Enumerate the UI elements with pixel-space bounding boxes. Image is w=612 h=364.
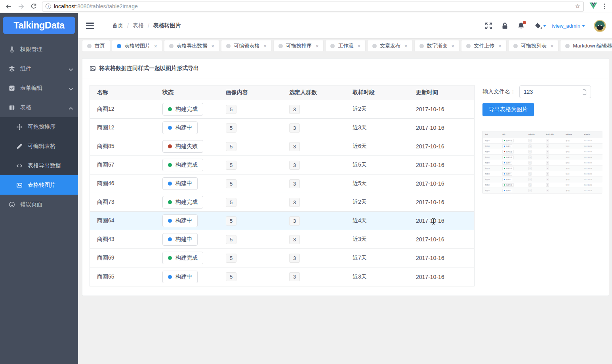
theme-caret-icon [543,25,546,27]
preview-cell: 3 [544,160,564,165]
tab-可拖拽排序[interactable]: 可拖拽排序× [273,40,324,52]
topbar: 首页/表格/表格转图片 iview_admin [78,13,612,38]
vue-devtools-icon[interactable] [589,2,597,11]
tab-close-icon[interactable]: × [551,43,554,49]
text-cursor [431,218,436,225]
cell-portrait: 5 [219,212,282,230]
page-info-icon[interactable]: i [46,4,51,9]
reload-icon[interactable] [29,2,38,11]
table-row-商圈46[interactable]: 商圈46构建中53近5天2017-10-16 [90,174,474,193]
filename-input[interactable]: 123 [519,85,591,98]
table-row-商圈43[interactable]: 商圈43构建中53近3天2017-10-16 [90,230,474,249]
tab-Markdown编辑器[interactable]: Markdown编辑器× [560,40,612,52]
preview-cell: 3 [544,138,564,143]
cell-status: 构建完成 [155,249,219,267]
tab-close-icon[interactable]: × [316,43,319,49]
tab-数字渐变[interactable]: 数字渐变× [414,40,460,52]
sidebar-item-可编辑表格[interactable]: 可编辑表格 [0,136,78,156]
preview-cell: 3 [544,171,564,176]
sidebar-item-表格[interactable]: 表格 [0,98,78,117]
tab-工作流[interactable]: 工作流× [325,40,366,52]
hamburger-menu-icon[interactable] [86,21,94,30]
bookmark-star-icon[interactable]: ☆ [575,3,580,10]
avatar[interactable] [594,20,606,32]
preview-cell: 2017-10-16 [582,182,602,188]
preview-cell: 3 [544,182,564,188]
status-badge: 构建失败 [162,140,203,153]
sidebar-item-表单编辑[interactable]: 表单编辑 [0,78,78,98]
preview-cell: 5 [526,154,544,160]
table-row-商圈57[interactable]: 商圈57构建完成53近5天2017-10-16 [90,156,474,174]
sidebar-item-错误页面[interactable]: 错误页面 [0,195,78,214]
table-row-商圈55[interactable]: 商圈55构建中53近3天2017-10-16 [90,267,474,286]
cell-period: 近3天 [345,230,409,249]
lock-icon[interactable] [501,22,509,30]
kebab-menu-icon[interactable] [603,2,606,10]
value-chip: 5 [226,272,236,281]
value-chip: 3 [289,105,300,114]
preview-cell: 近5天 [564,160,582,165]
preview-cell: 2017-10-16 [582,143,602,149]
tab-close-icon[interactable]: × [498,43,501,49]
talkingdata-logo[interactable]: TalkingData [3,17,75,34]
table-row-商圈69[interactable]: 商圈69构建完成53近7天2017-10-16 [90,249,474,267]
tab-表格转图片[interactable]: 表格转图片× [112,40,162,52]
tab-close-icon[interactable]: × [452,43,455,49]
tab-label: Markdown编辑器 [573,42,612,49]
sidebar-item-组件[interactable]: 组件 [0,59,78,78]
sidebar: TalkingData 权限管理组件表单编辑表格可拖拽排序可编辑表格表格导出数据… [0,13,78,364]
url-text: localhost:8080/tables/table2image [54,3,572,9]
tab-close-icon[interactable]: × [154,43,157,49]
cell-name: 商圈12 [90,119,155,137]
tab-status-dot-icon [419,44,424,48]
tab-首页[interactable]: 首页 [82,40,110,52]
tab-文件上传[interactable]: 文件上传× [461,40,507,52]
browser-actions [588,2,608,11]
fullscreen-icon[interactable] [485,22,492,30]
cell-portrait: 5 [219,100,282,119]
export-button[interactable]: 导出表格为图片 [482,103,534,116]
user-menu[interactable]: iview_admin [552,23,585,29]
table-row-商圈12[interactable]: 商圈12构建中53近3天2017-10-16 [90,119,474,137]
table-row-商圈64[interactable]: 商圈64构建中53近4天2017-10-16 [90,212,474,230]
cell-audience: 3 [282,249,345,267]
cell-audience: 3 [282,267,345,286]
tab-close-icon[interactable]: × [263,43,267,49]
back-arrow-icon[interactable] [4,2,13,11]
tab-可编辑表格[interactable]: 可编辑表格× [221,40,272,52]
tab-close-icon[interactable]: × [357,43,360,49]
theme-bucket-icon[interactable] [534,22,543,30]
preview-row: 商圈69构建完成53近7天2017-10-16 [483,182,602,188]
status-badge: 构建完成 [162,159,203,171]
cell-period: 近2天 [345,193,409,212]
preview-mini-table: 名称状态画像内容选定人群数取样时段更新时间 商圈12构建完成53近2天2017-… [483,131,602,193]
sidebar-item-可拖拽排序[interactable]: 可拖拽排序 [0,117,78,136]
tab-close-icon[interactable]: × [212,43,215,49]
forward-arrow-icon[interactable] [17,2,25,11]
column-header: 名称 [90,85,155,100]
status-badge: 构建中 [162,177,198,190]
sidebar-item-权限管理[interactable]: 权限管理 [0,40,78,59]
tab-表格导出数据[interactable]: 表格导出数据× [164,40,220,52]
tab-文章发布[interactable]: 文章发布× [367,40,413,52]
cell-portrait: 5 [219,193,282,212]
value-chip: 5 [226,254,236,263]
breadcrumb-item[interactable]: 首页 [112,22,123,29]
url-bar[interactable]: i localhost:8080/tables/table2image ☆ [42,2,584,11]
table-row-商圈12[interactable]: 商圈12构建完成53近2天2017-10-16 [90,100,474,119]
table-row-商圈73[interactable]: 商圈73构建完成53近2天2017-10-16 [90,193,474,212]
preview-cell: 构建完成 [500,138,526,143]
sidebar-item-表格转图片[interactable]: 表格转图片 [0,175,78,195]
status-dot-icon [168,182,172,186]
cell-name: 商圈64 [90,212,155,230]
sidebar-item-表格导出数据[interactable]: 表格导出数据 [0,156,78,175]
table-row-商圈85[interactable]: 商圈85构建失败53近6天2017-10-16 [90,137,474,156]
profiles-table: 名称状态画像内容选定人群数取样时段更新时间 商圈12构建完成53近2天2017-… [90,85,475,286]
bell-icon[interactable] [517,22,525,30]
tab-可拖拽列表[interactable]: 可拖拽列表× [508,40,559,52]
breadcrumb-item[interactable]: 表格 [133,22,144,29]
tab-close-icon[interactable]: × [404,43,408,49]
preview-row: 商圈55构建中53近3天2017-10-16 [483,188,602,193]
preview-cell: 5 [526,143,544,149]
cell-name: 商圈69 [90,249,155,267]
